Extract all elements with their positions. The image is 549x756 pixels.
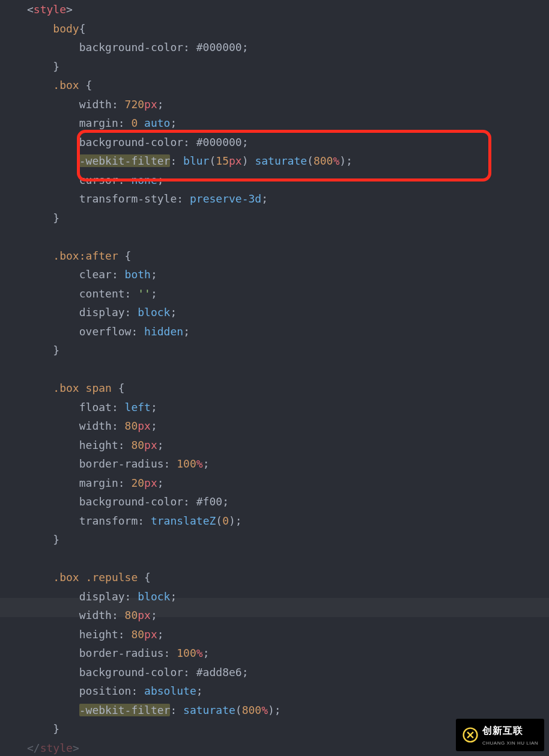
watermark-text-en: CHUANG XIN HU LIAN [482, 739, 538, 748]
val-hex: #000000 [196, 41, 242, 53]
tag-open-bracket: < [27, 3, 34, 16]
watermark-logo-icon [462, 727, 479, 743]
prop-webkit-filter: -webkit-filter [79, 154, 171, 167]
selector-box: .box [53, 79, 79, 91]
prop-webkit-filter-2: -webkit-filter [79, 704, 171, 716]
prop-bg: background-color [79, 41, 183, 53]
selector-body: body [53, 22, 79, 35]
watermark-badge: 创新互联 CHUANG XIN HU LIAN [456, 719, 544, 751]
tag-close-bracket: > [66, 3, 73, 16]
brace-open: { [79, 22, 86, 35]
watermark-text-cn: 创新互联 [482, 722, 538, 739]
tag-name-style: style [34, 3, 66, 16]
code-block[interactable]: <style> body{ background-color: #000000;… [0, 0, 549, 756]
brace-close: } [53, 60, 59, 73]
